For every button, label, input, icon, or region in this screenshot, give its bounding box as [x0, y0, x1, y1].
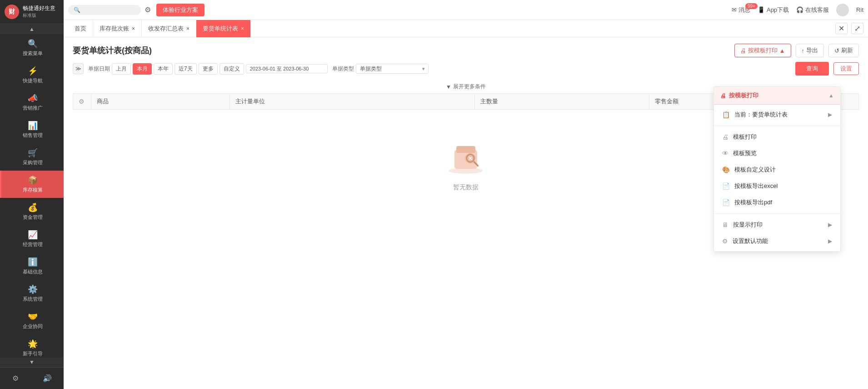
print-label: 按模板打印	[748, 46, 778, 55]
sidebar-item-basic[interactable]: ℹ️ 基础信息	[0, 253, 64, 280]
dropdown-current-left: 📋 当前：要货单统计表	[722, 111, 788, 119]
sidebar-item-label-business: 经营管理	[23, 241, 43, 248]
query-button[interactable]: 查询	[795, 62, 829, 76]
tabs-actions: ✕ ⤢	[835, 23, 863, 34]
app-download-button[interactable]: 📱 App下载	[758, 6, 789, 14]
svg-rect-2	[456, 146, 475, 153]
tab-order-stats[interactable]: 要货单统计表 ×	[196, 20, 251, 37]
dropdown-collapse-button[interactable]: ▲	[828, 92, 834, 99]
dropdown-current-item[interactable]: 📋 当前：要货单统计表 ▶	[714, 106, 840, 123]
sidebar-bottom: ⚙ 🔊	[0, 367, 64, 389]
date-btn-7days[interactable]: 近7天	[175, 63, 197, 75]
settings-button[interactable]: 设置	[833, 62, 859, 75]
username-label[interactable]: Rit	[856, 6, 863, 13]
dropdown-current-label: 当前：要货单统计表	[734, 111, 788, 119]
template-excel-label: 按模板导出excel	[734, 182, 778, 190]
scroll-up-area: ▲	[0, 24, 64, 34]
date-range-input[interactable]	[246, 64, 328, 73]
logo-title: 畅捷通好生意	[23, 5, 55, 12]
type-select[interactable]: 单据类型	[356, 64, 429, 74]
dropdown-header-right: ▲	[828, 92, 834, 99]
tab-batch[interactable]: 库存批次账 ×	[93, 20, 142, 37]
export-icon: ↑	[802, 47, 805, 54]
sidebar-item-purchase[interactable]: 🛒 采购管理	[0, 143, 64, 171]
dropdown-menu: 🖨 按模板打印 ▲ 📋 当前：要货单统计表 ▶	[713, 86, 841, 252]
tab-order-stats-close[interactable]: ×	[241, 25, 244, 32]
page-title: 要货单统计表(按商品)	[73, 45, 152, 56]
settings-icon[interactable]: ⚙	[10, 372, 20, 384]
date-btn-this-year[interactable]: 本年	[154, 63, 173, 75]
sidebar-item-label-system: 系统管理	[23, 296, 43, 303]
dropdown-current-icon: 📋	[722, 111, 730, 118]
sidebar-item-label-inventory: 库存核算	[23, 187, 43, 193]
tab-receipts[interactable]: 收发存汇总表 ×	[142, 20, 196, 37]
dropdown-current-section: 📋 当前：要货单统计表 ▶	[714, 105, 840, 125]
online-service-button[interactable]: 🎧 在线客服	[796, 6, 829, 14]
th-product: 商品	[91, 94, 230, 110]
template-preview-icon: 👁	[722, 150, 728, 157]
app-download-label: App下载	[767, 6, 789, 14]
dropdown-default-func[interactable]: ⚙ 设置默认功能 ▶	[714, 233, 840, 249]
dropdown-display-left: 🖥 按显示打印	[722, 221, 763, 229]
dropdown-display-print[interactable]: 🖥 按显示打印 ▶	[714, 217, 840, 233]
trial-button[interactable]: 体验行业方案	[156, 4, 205, 16]
print-button[interactable]: 🖨 按模板打印 ▲	[734, 44, 791, 57]
display-print-label: 按显示打印	[733, 221, 763, 229]
sidebar-item-label-search: 搜索菜单	[23, 50, 43, 57]
tab-home[interactable]: 首页	[68, 20, 93, 37]
date-btn-custom[interactable]: 自定义	[219, 63, 244, 75]
scroll-down-button[interactable]: ▼	[29, 359, 35, 365]
tab-home-label: 首页	[75, 25, 86, 33]
export-label: 导出	[806, 46, 818, 55]
display-print-icon: 🖥	[722, 221, 728, 228]
tab-close-all-button[interactable]: ✕	[835, 23, 848, 34]
refresh-button[interactable]: ↺ 刷新	[828, 44, 859, 57]
sidebar: 财 畅捷通好生意 标准版 ▲ 🔍 搜索菜单 ⚡ 快捷导航 📣 营销推广 📊 销售…	[0, 0, 64, 389]
tab-batch-close[interactable]: ×	[132, 25, 135, 32]
dropdown-item-template-preview[interactable]: 👁 模板预览	[714, 145, 840, 162]
logo-icon: 财	[5, 5, 19, 19]
tab-expand-button[interactable]: ⤢	[851, 23, 863, 34]
scroll-up-button[interactable]: ▲	[29, 26, 35, 32]
messages-button[interactable]: ✉ 消息 99+	[732, 6, 750, 14]
template-pdf-label: 按模板导出pdf	[734, 198, 772, 207]
sidebar-item-sales[interactable]: 📊 销售管理	[0, 116, 64, 143]
filter-expand-icon-btn[interactable]: ≫	[73, 63, 84, 74]
export-button[interactable]: ↑ 导出	[796, 44, 824, 57]
sidebar-item-shortcut[interactable]: ⚡ 快捷导航	[0, 61, 64, 89]
refresh-icon: ↺	[834, 47, 839, 54]
sidebar-item-finance[interactable]: 💰 资金管理	[0, 198, 64, 225]
dropdown-item-template-excel[interactable]: 📄 按模板导出excel	[714, 178, 840, 194]
avatar[interactable]	[836, 4, 849, 16]
date-filter-group: 单据日期 上月 本月 本年 近7天 更多 自定义	[88, 63, 328, 75]
date-btn-more[interactable]: 更多	[199, 63, 218, 75]
sidebar-item-system[interactable]: ⚙️ 系统管理	[0, 280, 64, 307]
tabs-bar: 首页 库存批次账 × 收发存汇总表 × 要货单统计表 × ✕ ⤢	[64, 20, 868, 37]
template-design-label: 模板自定义设计	[734, 166, 776, 174]
date-btn-last-month[interactable]: 上月	[112, 63, 131, 75]
sidebar-item-inventory[interactable]: 📦 库存核算	[0, 171, 64, 198]
sidebar-item-enterprise[interactable]: 🤝 企业协同	[0, 307, 64, 334]
topbar-right: ✉ 消息 99+ 📱 App下载 🎧 在线客服 Rit	[732, 4, 863, 16]
type-select-wrapper: 单据类型 ▼	[356, 64, 429, 74]
topbar-gear-icon[interactable]: ⚙	[145, 5, 151, 14]
tab-receipts-close[interactable]: ×	[186, 25, 190, 32]
dropdown-item-template-pdf[interactable]: 📄 按模板导出pdf	[714, 194, 840, 211]
sidebar-item-search[interactable]: 🔍 搜索菜单	[0, 34, 64, 61]
template-excel-icon: 📄	[722, 182, 730, 190]
sound-icon[interactable]: 🔊	[41, 372, 54, 384]
sidebar-item-guide[interactable]: 🌟 新手引导	[0, 334, 64, 357]
topbar-search[interactable]: 🔍	[68, 5, 141, 15]
sidebar-item-label-shortcut: 快捷导航	[23, 77, 43, 84]
purchase-nav-icon: 🛒	[28, 148, 38, 158]
sidebar-item-label-purchase: 采购管理	[23, 159, 43, 166]
sidebar-item-business[interactable]: 📈 经营管理	[0, 225, 64, 253]
date-btn-this-month[interactable]: 本月	[133, 63, 152, 75]
th-gear: ⚙	[73, 94, 91, 110]
dropdown-item-template-design[interactable]: 🎨 模板自定义设计	[714, 162, 840, 178]
empty-text: 暂无数据	[453, 183, 479, 192]
table-gear-icon[interactable]: ⚙	[79, 98, 85, 105]
dropdown-items-section: 🖨 模板打印 👁 模板预览 🎨 模板自定义设计 📄 按模板导出excel 📄	[714, 127, 840, 212]
sidebar-item-marketing[interactable]: 📣 营销推广	[0, 89, 64, 116]
dropdown-item-template-print[interactable]: 🖨 模板打印	[714, 129, 840, 145]
